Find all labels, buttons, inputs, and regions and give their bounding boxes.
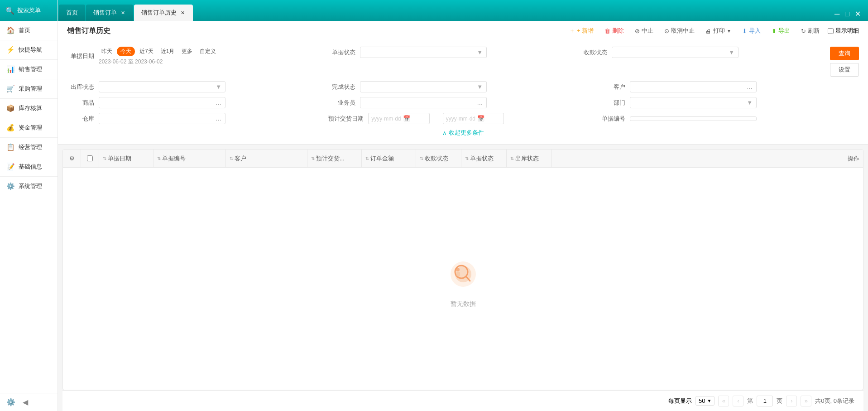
tab-sales-order-history-close[interactable]: ✕	[179, 10, 186, 16]
purchase-icon: 🛒	[6, 85, 15, 93]
customer-label: 客户	[598, 83, 630, 91]
refresh-button[interactable]: ↻ 刷新	[798, 25, 822, 36]
complete-status-select[interactable]: ▼	[360, 81, 487, 92]
table-area: ⚙ ⇅ 单据日期 ⇅ 单据编号 ⇅ 客户	[58, 145, 868, 390]
cancel-stop-button[interactable]: ⊙ 取消中止	[662, 25, 697, 36]
th-date[interactable]: ⇅ 单据日期	[99, 150, 153, 167]
sales-icon: 📊	[6, 65, 15, 73]
date-range-display: 2023-06-02 至 2023-06-02	[99, 58, 219, 66]
display-cols-checkbox[interactable]: 显示明细	[828, 27, 859, 35]
th-customer[interactable]: ⇅ 客户	[226, 150, 307, 167]
sidebar-item-inventory[interactable]: 📦 库存核算	[0, 99, 58, 118]
collapse-filter-button[interactable]: ∧ 收起更多条件	[67, 127, 859, 139]
date-more[interactable]: 更多	[179, 47, 195, 56]
page-prefix: 第	[747, 397, 753, 405]
date-yesterday[interactable]: 昨天	[99, 47, 115, 56]
warehouse-dots[interactable]: …	[216, 115, 221, 122]
dept-select[interactable]: ▼	[630, 97, 757, 108]
calendar-start-icon: 📅	[403, 115, 410, 122]
th-pay-status[interactable]: ⇅ 收款状态	[416, 150, 461, 167]
main: 首页 销售订单 ✕ 销售订单历史 ✕ ─ □ ✕ 销售订单历史 ＋ + 新增	[58, 0, 868, 411]
collapse-icon: ∧	[442, 130, 447, 136]
sidebar-item-finance[interactable]: 💰 资金管理	[0, 118, 58, 138]
import-button[interactable]: ⬇ 导入	[739, 25, 763, 36]
topbar: 首页 销售订单 ✕ 销售订单历史 ✕ ─ □ ✕	[58, 0, 868, 21]
content: 销售订单历史 ＋ + 新增 🗑 删除 ⊘ 中止 ⊙ 取消中止	[58, 21, 868, 411]
salesperson-label: 业务员	[328, 99, 360, 107]
minimize-icon[interactable]: ─	[833, 9, 841, 19]
goods-dots[interactable]: …	[216, 99, 221, 106]
th-settings[interactable]: ⚙	[63, 150, 81, 167]
sidebar-item-operations[interactable]: 📋 经营管理	[0, 138, 58, 157]
select-all-checkbox[interactable]	[87, 155, 93, 161]
th-checkbox[interactable]	[81, 150, 99, 167]
date-1month[interactable]: 近1月	[158, 47, 177, 56]
tab-sales-order-history[interactable]: 销售订单历史 ✕	[134, 5, 193, 21]
sidebar-item-sales[interactable]: 📊 销售管理	[0, 60, 58, 79]
ship-status-select[interactable]: ▼	[99, 81, 225, 92]
customer-dots[interactable]: …	[747, 83, 753, 90]
display-cols-input[interactable]	[828, 28, 834, 34]
bill-no-input[interactable]	[630, 116, 757, 121]
customer-input[interactable]: …	[630, 81, 757, 92]
sidebar-item-quick-nav[interactable]: ⚡ 快捷导航	[0, 40, 58, 60]
new-icon: ＋	[569, 27, 575, 35]
new-button[interactable]: ＋ + 新增	[566, 25, 596, 36]
sidebar-item-sys-manage[interactable]: ⚙️ 系统管理	[0, 177, 58, 196]
goods-label: 商品	[67, 99, 99, 107]
page-size-label: 每页显示	[668, 397, 692, 405]
sort-pay-status-icon: ⇅	[420, 156, 423, 161]
bill-status-select[interactable]: ▼	[360, 47, 487, 58]
print-button[interactable]: 🖨 打印 ▼	[703, 25, 734, 36]
page-title: 销售订单历史	[67, 26, 110, 36]
pay-status-select[interactable]: ▼	[612, 47, 739, 58]
close-window-icon[interactable]: ✕	[853, 9, 863, 19]
quick-nav-icon: ⚡	[6, 46, 15, 54]
salesperson-dots[interactable]: …	[477, 99, 483, 106]
date-custom[interactable]: 自定义	[197, 47, 219, 56]
date-7days[interactable]: 近7天	[137, 47, 156, 56]
th-delivery[interactable]: ⇅ 预计交货...	[307, 150, 362, 167]
page-size-selector[interactable]: 50 ▼	[695, 396, 715, 406]
sort-bill-status-icon: ⇅	[465, 156, 469, 161]
maximize-icon[interactable]: □	[843, 9, 851, 19]
next-page-button[interactable]: ›	[786, 396, 797, 406]
expected-date-start[interactable]: yyyy-mm-dd 📅	[368, 113, 430, 124]
th-ship-status[interactable]: ⇅ 出库状态	[507, 150, 552, 167]
page-input[interactable]	[757, 396, 773, 406]
dept-arrow: ▼	[747, 99, 753, 106]
sidebar-search[interactable]: 🔍 搜索菜单	[0, 0, 58, 21]
th-bill-no[interactable]: ⇅ 单据编号	[153, 150, 226, 167]
tab-sales-order[interactable]: 销售订单 ✕	[86, 5, 133, 21]
expected-date-end[interactable]: yyyy-mm-dd 📅	[443, 113, 504, 124]
query-button[interactable]: 查询	[830, 47, 859, 60]
sidebar-item-home[interactable]: 🏠 首页	[0, 21, 58, 40]
search-icon: 🔍	[5, 6, 14, 15]
date-today[interactable]: 今天	[117, 47, 135, 56]
operations-icon: 📋	[6, 143, 15, 151]
th-amount[interactable]: ⇅ 订单金额	[362, 150, 416, 167]
bill-status-arrow: ▼	[477, 49, 483, 56]
bill-no-label: 单据编号	[598, 115, 630, 123]
export-button[interactable]: ⬆ 导出	[769, 25, 793, 36]
page-unit: 页	[777, 397, 782, 405]
tab-sales-order-close[interactable]: ✕	[120, 10, 126, 16]
prev-page-button[interactable]: ‹	[733, 396, 743, 406]
first-page-button[interactable]: «	[718, 396, 729, 406]
tab-home[interactable]: 首页	[59, 5, 85, 21]
goods-input[interactable]: …	[99, 97, 225, 108]
sidebar-item-purchase[interactable]: 🛒 采购管理	[0, 79, 58, 99]
collapse-sidebar-icon[interactable]: ◀	[23, 398, 28, 406]
last-page-button[interactable]: »	[801, 396, 811, 406]
warehouse-input[interactable]: …	[99, 113, 225, 124]
complete-status-arrow: ▼	[477, 83, 483, 90]
delete-button[interactable]: 🗑 删除	[602, 25, 627, 36]
table-container: ⚙ ⇅ 单据日期 ⇅ 单据编号 ⇅ 客户	[62, 149, 863, 390]
sidebar-item-base-info[interactable]: 📝 基础信息	[0, 157, 58, 177]
sort-customer-icon: ⇅	[230, 156, 233, 161]
settings-button[interactable]: 设置	[830, 63, 859, 77]
settings-bottom-icon[interactable]: ⚙️	[6, 398, 15, 406]
salesperson-input[interactable]: …	[360, 97, 487, 108]
stop-button[interactable]: ⊘ 中止	[632, 25, 656, 36]
th-bill-status[interactable]: ⇅ 单据状态	[461, 150, 507, 167]
